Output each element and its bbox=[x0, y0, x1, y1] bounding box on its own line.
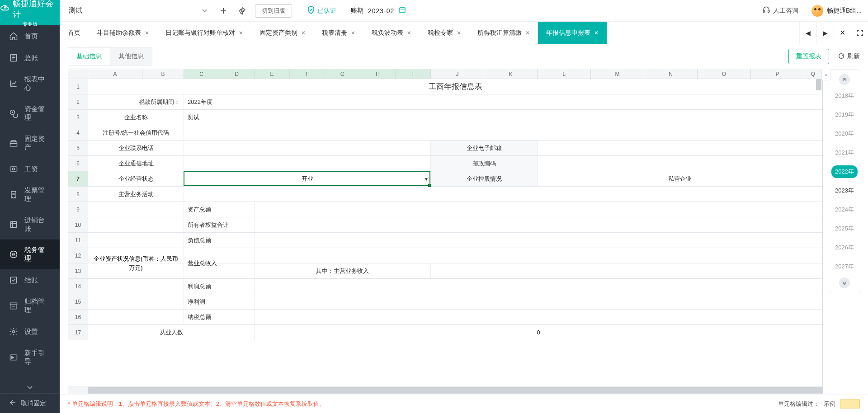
cell[interactable] bbox=[255, 217, 822, 232]
cell[interactable] bbox=[184, 141, 431, 155]
sidebar-item-invoice[interactable]: 发票管理 bbox=[0, 180, 60, 210]
year-option[interactable]: 2019年 bbox=[831, 108, 858, 121]
cell[interactable] bbox=[255, 248, 822, 263]
fullscreen-button[interactable] bbox=[851, 22, 868, 44]
row-header[interactable]: 7 bbox=[68, 171, 88, 186]
row-header[interactable]: 8 bbox=[68, 187, 88, 202]
year-option[interactable]: 2021年 bbox=[831, 146, 858, 159]
cell[interactable]: 0 bbox=[255, 325, 822, 340]
year-down-button[interactable] bbox=[839, 277, 850, 288]
column-header-cell[interactable]: G bbox=[325, 69, 360, 79]
sidebar-item-tax[interactable]: 税税务管理 bbox=[0, 239, 60, 269]
year-option[interactable]: 2024年 bbox=[831, 203, 858, 216]
cell[interactable] bbox=[184, 187, 822, 202]
close-icon[interactable]: ✕ bbox=[145, 30, 149, 36]
close-icon[interactable]: ✕ bbox=[525, 30, 530, 36]
horizontal-scrollbar[interactable] bbox=[68, 386, 822, 394]
switch-old-version-button[interactable]: 切到旧版 bbox=[255, 4, 292, 18]
column-header-cell[interactable]: N bbox=[644, 69, 698, 79]
column-header-cell[interactable]: F bbox=[290, 69, 325, 79]
sidebar-item-guide[interactable]: 新手引导 bbox=[0, 343, 60, 372]
column-header-cell[interactable]: I bbox=[396, 69, 431, 79]
vertical-scrollbar[interactable] bbox=[816, 79, 821, 90]
column-header-cell[interactable]: J bbox=[431, 69, 484, 79]
sidebar-item-ledger[interactable]: 总账 bbox=[0, 47, 60, 69]
year-option[interactable]: 2026年 bbox=[831, 241, 858, 254]
row-header[interactable]: 16 bbox=[68, 310, 88, 324]
row-header[interactable]: 11 bbox=[68, 233, 88, 248]
column-header-cell[interactable]: K bbox=[484, 69, 538, 79]
cell[interactable]: 测试 bbox=[184, 110, 822, 125]
sidebar-item-stock[interactable]: 进销台账 bbox=[0, 210, 60, 239]
close-icon[interactable]: ✕ bbox=[239, 30, 243, 36]
year-option[interactable]: 2022年 bbox=[831, 165, 858, 178]
column-header-cell[interactable]: L bbox=[538, 69, 591, 79]
tab[interactable]: 所得税汇算清缴 ✕ bbox=[469, 22, 538, 44]
row-header[interactable]: 3 bbox=[68, 110, 88, 125]
tabs-prev-button[interactable]: ◀ bbox=[799, 22, 816, 44]
row-header[interactable]: 17 bbox=[68, 325, 88, 340]
sidebar-item-gear[interactable]: 设置 bbox=[0, 321, 60, 343]
sidebar-item-asset[interactable]: 固定资产 bbox=[0, 128, 60, 158]
year-option[interactable]: 2023年 bbox=[831, 184, 858, 197]
row-header[interactable]: 13 bbox=[68, 263, 88, 278]
cell[interactable] bbox=[255, 233, 822, 248]
refresh-button[interactable]: 刷新 bbox=[838, 52, 860, 61]
cell[interactable] bbox=[255, 294, 822, 309]
year-option[interactable]: 2025年 bbox=[831, 222, 858, 235]
tab[interactable]: 年报信息申报表 ✕ bbox=[538, 22, 607, 44]
row-header[interactable]: 10 bbox=[68, 217, 88, 232]
cell-dropdown[interactable]: 开业▼ bbox=[184, 171, 431, 186]
tab[interactable]: 斗目辅助余额表 ✕ bbox=[89, 22, 157, 44]
row-header[interactable]: 1 bbox=[68, 79, 88, 94]
grid-body[interactable]: 1 工商年报信息表2税款所属期间：2022年度3企业名称测试4注册号/统一社会信… bbox=[68, 79, 822, 386]
user-menu[interactable]: 畅捷通B组... bbox=[811, 5, 862, 17]
sidebar-item-close[interactable]: 结账 bbox=[0, 269, 60, 291]
tabs-next-button[interactable]: ▶ bbox=[816, 22, 834, 44]
row-header[interactable]: 2 bbox=[68, 94, 88, 109]
cell[interactable]: 私营企业 bbox=[538, 171, 822, 186]
column-header-cell[interactable]: O bbox=[698, 69, 751, 79]
tab[interactable]: 税检专家 ✕ bbox=[420, 22, 469, 44]
select-all-corner[interactable] bbox=[68, 69, 88, 79]
year-option[interactable]: 2027年 bbox=[831, 260, 858, 273]
cell[interactable] bbox=[431, 263, 822, 278]
sidebar-item-chart[interactable]: 报表中心 bbox=[0, 69, 60, 99]
sub-tab-basic[interactable]: 基础信息 bbox=[68, 48, 110, 65]
reset-report-button[interactable]: 重置报表 bbox=[788, 49, 829, 64]
sidebar-unpin[interactable]: 取消固定 bbox=[0, 393, 60, 413]
cell[interactable] bbox=[255, 310, 822, 324]
company-selector[interactable]: 测试 bbox=[66, 5, 211, 16]
cell[interactable] bbox=[538, 141, 822, 155]
column-header-cell[interactable]: E bbox=[255, 69, 290, 79]
row-header[interactable]: 9 bbox=[68, 202, 88, 217]
row-header[interactable]: 14 bbox=[68, 279, 88, 294]
column-header-cell[interactable]: D bbox=[219, 69, 255, 79]
sidebar-item-home[interactable]: 首页 bbox=[0, 25, 60, 47]
column-header-cell[interactable]: M bbox=[591, 69, 644, 79]
row-header[interactable]: 6 bbox=[68, 156, 88, 171]
tab[interactable]: 日记账与银行对账单核对 ✕ bbox=[157, 22, 251, 44]
column-header-cell[interactable]: P bbox=[751, 69, 804, 79]
cell[interactable] bbox=[184, 125, 822, 140]
close-icon[interactable]: ✕ bbox=[351, 30, 355, 36]
year-option[interactable]: 2020年 bbox=[831, 127, 858, 140]
consult-button[interactable]: 人工咨询 bbox=[762, 6, 798, 15]
cell[interactable] bbox=[255, 279, 822, 294]
column-header-cell[interactable]: H bbox=[360, 69, 396, 79]
tab[interactable]: 税表清册 ✕ bbox=[314, 22, 363, 44]
tab[interactable]: 税负波动表 ✕ bbox=[363, 22, 420, 44]
close-icon[interactable]: ✕ bbox=[594, 30, 599, 36]
cell[interactable] bbox=[538, 156, 822, 171]
row-header[interactable]: 4 bbox=[68, 125, 88, 140]
row-header[interactable]: 12 bbox=[68, 248, 88, 263]
cell[interactable] bbox=[184, 156, 431, 171]
sidebar-item-money[interactable]: 资金管理 bbox=[0, 99, 60, 128]
year-option[interactable]: 2018年 bbox=[831, 89, 858, 102]
close-icon[interactable]: ✕ bbox=[457, 30, 461, 36]
sidebar-item-salary[interactable]: 工资 bbox=[0, 158, 60, 180]
close-icon[interactable]: ✕ bbox=[301, 30, 306, 36]
row-header[interactable]: 15 bbox=[68, 294, 88, 309]
cell[interactable]: 2022年度 bbox=[184, 94, 822, 109]
close-icon[interactable]: ✕ bbox=[407, 30, 411, 36]
